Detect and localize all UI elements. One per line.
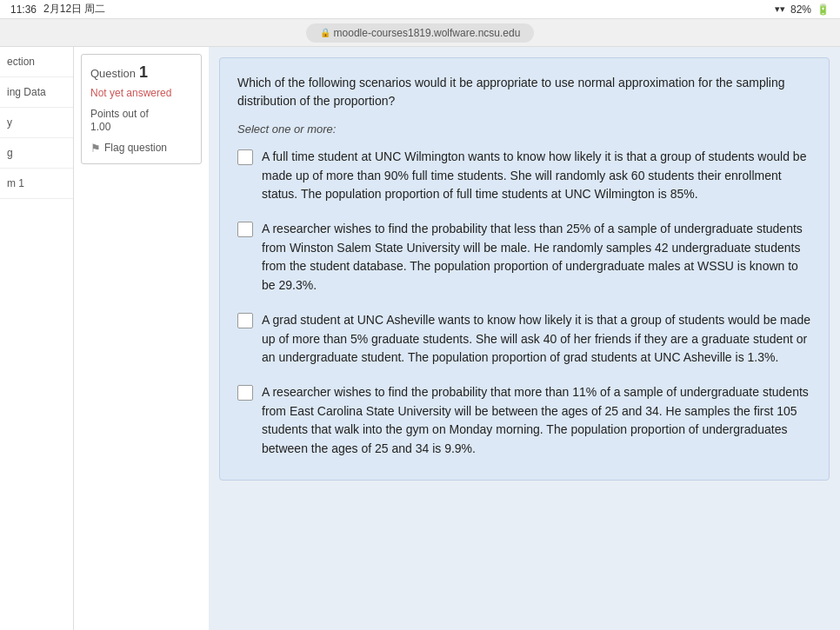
lock-icon: 🔒 [320, 28, 330, 37]
left-edge-nav: ection ing Data y g m 1 [0, 47, 74, 630]
question-label: Question [90, 67, 136, 80]
points-row: Points out of 1.00 [90, 108, 192, 135]
option-text-4: A researcher wishes to find the probabil… [262, 383, 811, 459]
sidebar-item-section[interactable]: ection [0, 47, 73, 77]
battery-icon: 🔋 [817, 3, 830, 16]
question-sidebar: Question 1 Not yet answered Points out o… [74, 47, 209, 630]
flag-label: Flag question [104, 142, 167, 154]
time-display: 11:36 [10, 3, 37, 16]
option-text-2: A researcher wishes to find the probabil… [262, 220, 811, 295]
question-card: Which of the following scenarios would i… [219, 57, 830, 481]
wifi-icon: ▾▾ [775, 3, 785, 15]
sidebar-item-data[interactable]: ing Data [0, 77, 73, 108]
status-bar-left: 11:36 2月12日 周二 [10, 2, 105, 17]
option-row-4: A researcher wishes to find the probabil… [237, 383, 811, 459]
option-row-2: A researcher wishes to find the probabil… [237, 220, 811, 295]
sidebar-item-m1[interactable]: m 1 [0, 169, 73, 199]
option-text-1: A full time student at UNC Wilmington wa… [262, 148, 811, 204]
option-checkbox-2[interactable] [237, 222, 253, 237]
option-checkbox-3[interactable] [237, 313, 253, 328]
battery-display: 82% [790, 3, 811, 16]
flag-icon: ⚑ [90, 142, 101, 155]
option-row-1: A full time student at UNC Wilmington wa… [237, 148, 811, 204]
content-area: Which of the following scenarios would i… [209, 47, 840, 630]
not-answered-status: Not yet answered [90, 87, 192, 101]
question-text: Which of the following scenarios would i… [237, 74, 811, 110]
option-checkbox-4[interactable] [237, 385, 253, 401]
option-checkbox-1[interactable] [237, 149, 253, 165]
flag-question-button[interactable]: ⚑ Flag question [90, 142, 192, 155]
question-number-row: Question 1 [90, 63, 192, 82]
main-layout: ection ing Data y g m 1 Question 1 Not y… [0, 47, 840, 630]
sidebar-item-y[interactable]: y [0, 108, 73, 138]
points-label: Points out of [90, 108, 149, 120]
select-instruction: Select one or more: [237, 123, 811, 136]
option-text-3: A grad student at UNC Asheville wants to… [262, 311, 811, 368]
url-pill[interactable]: 🔒 moodle-courses1819.wolfware.ncsu.edu [306, 23, 535, 43]
sidebar-item-g[interactable]: g [0, 138, 73, 169]
option-row-3: A grad student at UNC Asheville wants to… [237, 311, 811, 368]
status-bar: 11:36 2月12日 周二 ▾▾ 82% 🔋 [0, 0, 840, 19]
question-info-box: Question 1 Not yet answered Points out o… [81, 54, 202, 164]
points-value: 1.00 [90, 121, 110, 133]
date-display: 2月12日 周二 [43, 2, 105, 17]
status-bar-right: ▾▾ 82% 🔋 [775, 3, 830, 16]
url-text: moodle-courses1819.wolfware.ncsu.edu [334, 27, 521, 39]
question-number: 1 [139, 63, 148, 82]
url-bar: 🔒 moodle-courses1819.wolfware.ncsu.edu [0, 19, 840, 47]
